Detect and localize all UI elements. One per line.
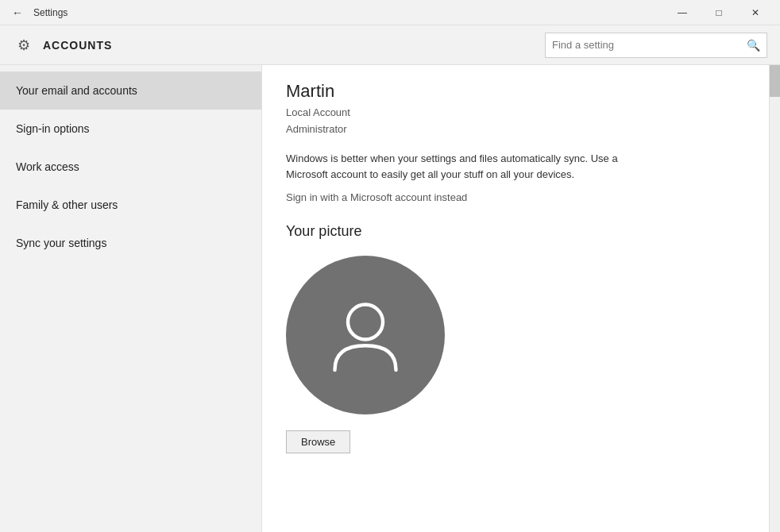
minimize-icon: —: [678, 7, 687, 18]
account-type: Local Account: [286, 105, 745, 121]
sidebar-item-label: Sign-in options: [16, 122, 90, 135]
maximize-icon: □: [716, 7, 721, 18]
sidebar: Your email and accounts Sign-in options …: [0, 65, 262, 532]
sidebar-item-family[interactable]: Family & other users: [0, 186, 261, 224]
sidebar-item-sign-in[interactable]: Sign-in options: [0, 110, 261, 148]
scrollbar[interactable]: [769, 65, 780, 532]
minimize-button[interactable]: —: [664, 0, 701, 25]
profile-name: Martin: [286, 81, 745, 102]
sidebar-item-label: Work access: [16, 160, 79, 173]
sidebar-item-label: Your email and accounts: [16, 84, 137, 97]
account-role: Administrator: [286, 121, 745, 138]
title-bar: ← Settings — □ ✕: [0, 0, 780, 25]
maximize-button[interactable]: □: [701, 0, 737, 25]
picture-section-title: Your picture: [286, 223, 745, 240]
sync-message: Windows is better when your settings and…: [286, 151, 651, 184]
main-layout: Your email and accounts Sign-in options …: [0, 65, 780, 532]
sidebar-item-work-access[interactable]: Work access: [0, 148, 261, 186]
app-header: ⚙ ACCOUNTS 🔍: [0, 25, 780, 65]
back-button[interactable]: ←: [6, 2, 29, 24]
sign-in-link[interactable]: Sign in with a Microsoft account instead: [286, 191, 467, 203]
gear-icon: ⚙: [13, 34, 35, 56]
sidebar-item-sync[interactable]: Sync your settings: [0, 224, 261, 262]
back-icon: ←: [12, 6, 23, 19]
search-icon: 🔍: [747, 39, 760, 52]
scrollbar-thumb[interactable]: [770, 65, 780, 97]
search-input[interactable]: [552, 39, 747, 51]
search-box[interactable]: 🔍: [545, 33, 767, 58]
sidebar-item-label: Family & other users: [16, 199, 118, 211]
window-title: Settings: [33, 7, 664, 18]
app-title: ACCOUNTS: [43, 39, 545, 52]
avatar-svg: [322, 291, 409, 379]
sidebar-item-label: Sync your settings: [16, 237, 106, 249]
close-button[interactable]: ✕: [737, 0, 774, 25]
window-controls: — □ ✕: [664, 0, 774, 25]
close-icon: ✕: [751, 7, 759, 18]
svg-point-0: [348, 305, 383, 340]
browse-button[interactable]: Browse: [286, 430, 350, 453]
sidebar-item-email-accounts[interactable]: Your email and accounts: [0, 71, 261, 110]
avatar: [286, 256, 445, 414]
content-area: Martin Local Account Administrator Windo…: [262, 65, 769, 532]
